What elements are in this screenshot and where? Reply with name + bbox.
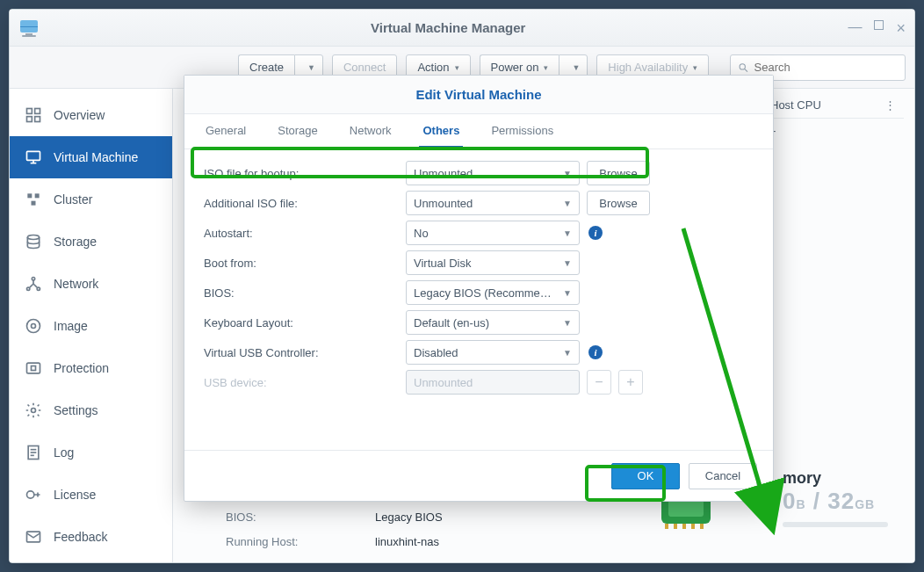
storage-icon	[24, 232, 43, 251]
caret-down-icon: ▼	[563, 258, 572, 268]
protection-icon	[24, 358, 43, 378]
iso-bootup-select[interactable]: Unmounted▼	[406, 161, 580, 185]
svg-point-21	[32, 324, 36, 329]
additional-iso-select[interactable]: Unmounted▼	[406, 191, 580, 215]
info-icon[interactable]: i	[588, 226, 603, 240]
overview-icon	[24, 105, 43, 125]
minimize-button[interactable]: —	[848, 20, 862, 36]
sidebar-item-label: Image	[54, 319, 88, 333]
dialog-form: ISO file for bootup: Unmounted▼ Browse A…	[184, 149, 773, 450]
sidebar-item-cluster[interactable]: Cluster	[10, 178, 172, 221]
row-bios: BIOS: Legacy BIOS (Recommended)▼	[204, 278, 754, 308]
memory-bar	[783, 522, 888, 527]
svg-line-5	[745, 69, 747, 71]
app-window: Virtual Machine Manager — × Create ▼ Con…	[9, 9, 915, 563]
sidebar-item-label: Cluster	[54, 192, 92, 206]
svg-rect-14	[35, 193, 40, 198]
sidebar-item-label: Virtual Machine	[54, 150, 138, 164]
svg-rect-3	[22, 35, 36, 37]
autostart-select[interactable]: No▼	[406, 221, 580, 245]
svg-point-16	[27, 235, 39, 240]
svg-rect-10	[27, 151, 40, 160]
bios-dialog-label: BIOS:	[204, 286, 406, 300]
sidebar-item-virtual-machine[interactable]: Virtual Machine	[10, 136, 172, 178]
app-title: Virtual Machine Manager	[48, 20, 848, 35]
dialog-footer: OK Cancel	[184, 450, 773, 501]
iso-bootup-browse-button[interactable]: Browse	[587, 161, 650, 185]
caret-down-icon: ▼	[563, 348, 572, 358]
row-iso-bootup: ISO file for bootup: Unmounted▼ Browse	[204, 158, 754, 188]
tab-permissions[interactable]: Permissions	[487, 115, 557, 148]
usb-device-label: USB device:	[204, 376, 406, 389]
caret-down-icon: ▼	[563, 288, 572, 298]
caret-down-icon: ▼	[563, 228, 572, 238]
sidebar-item-overview[interactable]: Overview	[10, 94, 172, 136]
ok-button[interactable]: OK	[611, 463, 680, 489]
license-icon	[24, 485, 43, 504]
iso-bootup-label: ISO file for bootup:	[204, 167, 406, 180]
row-usb-controller: Virtual USB Controller: Disabled▼ i	[204, 337, 754, 367]
additional-iso-browse-button[interactable]: Browse	[587, 191, 650, 215]
memory-title: mory	[783, 469, 888, 488]
maximize-button[interactable]	[874, 20, 884, 30]
sidebar-item-label: Protection	[54, 361, 109, 375]
tab-network[interactable]: Network	[346, 115, 395, 148]
sidebar-item-network[interactable]: Network	[10, 263, 172, 305]
image-icon	[24, 316, 43, 336]
dialog-title: Edit Virtual Machine	[184, 76, 773, 114]
svg-rect-23	[32, 366, 36, 371]
sidebar-item-label: Overview	[54, 108, 105, 122]
bios-value: Legacy BIOS	[375, 510, 443, 524]
svg-point-20	[27, 320, 40, 333]
sidebar-item-feedback[interactable]: Feedback	[10, 516, 172, 558]
usb-controller-select[interactable]: Disabled▼	[406, 340, 580, 365]
cancel-button[interactable]: Cancel	[689, 463, 757, 489]
svg-rect-42	[700, 524, 704, 529]
sidebar-item-license[interactable]: License	[10, 474, 172, 516]
svg-point-4	[740, 63, 745, 69]
sidebar-item-label: Settings	[54, 403, 98, 417]
caret-down-icon: ▼	[563, 318, 572, 328]
usb-add-button: +	[618, 370, 643, 395]
dialog-tabs: General Storage Network Others Permissio…	[184, 114, 773, 149]
svg-point-29	[27, 491, 34, 498]
tab-general[interactable]: General	[202, 115, 249, 148]
usb-remove-button: −	[587, 370, 611, 395]
info-icon[interactable]: i	[588, 345, 603, 359]
network-icon	[24, 274, 43, 293]
svg-point-24	[32, 409, 36, 413]
svg-rect-1	[20, 26, 38, 27]
column-menu-icon[interactable]: ⋮	[884, 98, 897, 112]
svg-rect-41	[691, 524, 695, 529]
sidebar-item-image[interactable]: Image	[10, 305, 172, 347]
svg-rect-9	[35, 117, 40, 122]
row-additional-iso: Additional ISO file: Unmounted▼ Browse	[204, 188, 754, 218]
host-cpu-column: Host CPU⋮ -	[763, 92, 904, 142]
svg-rect-6	[27, 109, 32, 114]
usb-device-select: Unmounted	[406, 370, 580, 395]
sidebar-item-label: Feedback	[54, 530, 107, 544]
tab-others[interactable]: Others	[419, 115, 463, 148]
bios-select[interactable]: Legacy BIOS (Recommended)▼	[406, 280, 580, 305]
memory-value: 0B / 32GB	[783, 488, 888, 515]
app-icon	[18, 18, 40, 39]
keyboard-select[interactable]: Default (en-us)▼	[406, 310, 580, 335]
sidebar-item-protection[interactable]: Protection	[10, 347, 172, 389]
search-input[interactable]	[754, 61, 898, 74]
sidebar-item-storage[interactable]: Storage	[10, 221, 172, 263]
row-keyboard: Keyboard Layout: Default (en-us)▼	[204, 308, 754, 337]
vm-icon	[24, 148, 43, 167]
close-button[interactable]: ×	[896, 20, 906, 36]
caret-down-icon: ▼	[563, 169, 572, 178]
svg-rect-22	[27, 363, 40, 373]
svg-rect-38	[665, 524, 668, 529]
svg-rect-8	[27, 117, 32, 122]
caret-down-icon: ▼	[563, 199, 572, 208]
sidebar-item-settings[interactable]: Settings	[10, 389, 172, 431]
boot-from-select[interactable]: Virtual Disk▼	[406, 250, 580, 275]
feedback-icon	[24, 527, 43, 547]
svg-rect-7	[35, 109, 40, 114]
sidebar-item-log[interactable]: Log	[10, 431, 172, 474]
tab-storage[interactable]: Storage	[274, 115, 321, 148]
titlebar: Virtual Machine Manager — ×	[10, 10, 914, 47]
